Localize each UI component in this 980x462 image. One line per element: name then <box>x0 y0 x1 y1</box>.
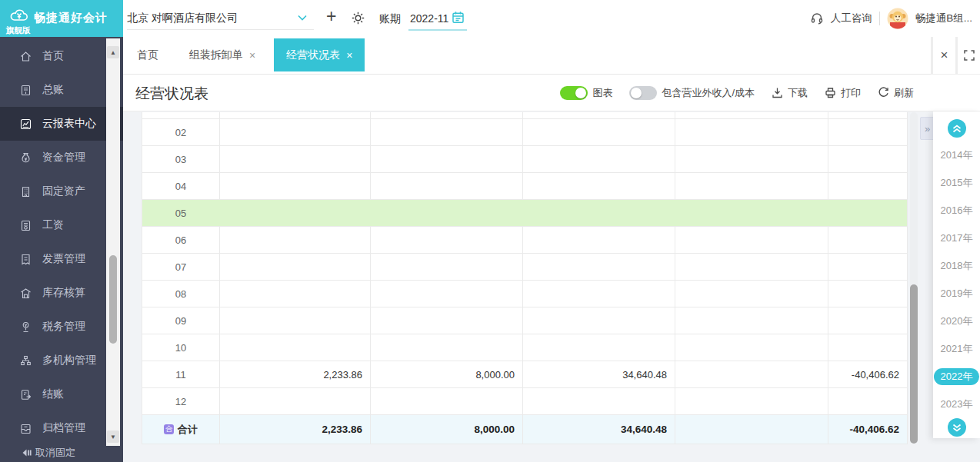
table-row-02[interactable]: 02 <box>142 119 907 146</box>
row-number-cell: 11 <box>142 361 220 387</box>
value-cell <box>828 334 907 361</box>
table-row-12[interactable]: 12 <box>142 388 907 415</box>
home-icon <box>19 50 32 63</box>
chart-toggle[interactable] <box>560 86 588 100</box>
value-cell <box>828 112 907 118</box>
year-2016年[interactable]: 2016年 <box>941 197 973 224</box>
table-row-06[interactable]: 06 <box>142 227 907 254</box>
calendar-icon[interactable] <box>452 11 465 24</box>
table-row-09[interactable]: 09 <box>142 307 907 334</box>
close-all-tabs-button[interactable]: × <box>933 37 955 74</box>
table-row-partial <box>142 112 907 119</box>
year-2015年[interactable]: 2015年 <box>941 169 973 197</box>
tab-组装拆卸单[interactable]: 组装拆卸单× <box>177 37 268 74</box>
topbar: 畅捷通好会计 旗舰版 北京 对啊酒店有限公司 + 账期 2022-11 人工咨询 <box>0 0 980 37</box>
value-cell <box>828 307 907 334</box>
sidebar-item-发票管理[interactable]: 发票管理 <box>0 242 123 276</box>
period-value[interactable]: 2022-11 <box>410 12 448 25</box>
tab-首页[interactable]: 首页 <box>125 37 171 74</box>
year-2019年[interactable]: 2019年 <box>941 280 973 307</box>
scroll-up-icon[interactable]: ▲ <box>107 46 119 58</box>
value-cell <box>675 281 828 307</box>
table-row-03[interactable]: 03 <box>142 146 907 173</box>
value-cell <box>220 227 371 253</box>
row-number-cell: 08 <box>142 281 220 307</box>
app-logo: 畅捷通好会计 旗舰版 <box>0 0 123 37</box>
year-2020年[interactable]: 2020年 <box>941 307 973 335</box>
table-row-08[interactable]: 08 <box>142 281 907 307</box>
value-cell <box>675 307 828 334</box>
sidebar-item-label: 首页 <box>42 49 64 63</box>
value-cell <box>523 254 675 280</box>
sidebar-item-库存核算[interactable]: 库存核算 <box>0 276 123 310</box>
sidebar-item-云报表中心[interactable]: 云报表中心 <box>0 107 123 141</box>
divider <box>879 12 880 25</box>
tab-controls: × <box>931 37 980 75</box>
tab-close-icon[interactable]: × <box>249 49 255 61</box>
company-name[interactable]: 北京 对啊酒店有限公司 <box>127 12 238 25</box>
close-icon: × <box>941 48 948 63</box>
years-scroll-up-button[interactable] <box>948 119 966 138</box>
add-button[interactable]: + <box>326 6 336 27</box>
value-cell <box>523 112 675 118</box>
fullscreen-button[interactable] <box>958 37 980 74</box>
total-label: 合计 <box>178 423 198 437</box>
year-2014年[interactable]: 2014年 <box>941 141 973 169</box>
table-row-05[interactable]: 05 <box>142 200 907 227</box>
value-cell <box>675 361 828 387</box>
tab-经营状况表[interactable]: 经营状况表× <box>274 38 365 71</box>
sidebar-item-归档管理[interactable]: 归档管理 <box>0 411 123 445</box>
period-label: 账期 <box>379 12 401 26</box>
value-cell <box>371 307 523 334</box>
value-cell <box>675 146 828 172</box>
row-number-cell: 06 <box>142 227 220 253</box>
value-cell <box>371 112 523 118</box>
year-2022年[interactable]: 2022年 <box>934 368 980 385</box>
sidebar-scrollbar[interactable]: ▲ ▼ <box>106 38 120 446</box>
table-scrollbar[interactable] <box>910 112 918 444</box>
avatar[interactable] <box>887 8 908 29</box>
tab-close-icon[interactable]: × <box>346 49 352 61</box>
user-name[interactable]: 畅捷通B组... <box>915 12 972 25</box>
inventory-icon <box>19 287 32 300</box>
sidebar-item-固定资产[interactable]: 固定资产 <box>0 174 123 208</box>
sidebar-item-多机构管理[interactable]: 多机构管理 <box>0 344 123 377</box>
table-row-07[interactable]: 07 <box>142 254 907 281</box>
sidebar-item-总账[interactable]: 总账 <box>0 73 123 107</box>
table-row-11[interactable]: 112,233.868,000.0034,640.48-40,406.62 <box>142 361 907 388</box>
include-nonoperating-toggle[interactable] <box>629 86 657 100</box>
sidebar-item-资金管理[interactable]: 资金管理 <box>0 141 123 174</box>
sidebar-item-首页[interactable]: 首页 <box>0 39 123 73</box>
years-scroll-down-button[interactable] <box>948 418 966 437</box>
sidebar-item-工资[interactable]: 工资 <box>0 208 123 242</box>
headset-icon[interactable] <box>810 12 824 25</box>
row-number-cell: 12 <box>142 388 220 414</box>
scroll-down-icon[interactable]: ▼ <box>107 430 119 443</box>
print-button[interactable]: 打印 <box>825 86 861 100</box>
sidebar-scroll-thumb[interactable] <box>109 255 117 344</box>
download-button[interactable]: 下载 <box>772 86 808 100</box>
value-cell <box>675 334 828 361</box>
chevron-down-icon[interactable] <box>297 13 308 22</box>
table-row-10[interactable]: 10 <box>142 334 907 361</box>
row-number-cell: 03 <box>142 146 220 172</box>
refresh-button[interactable]: 刷新 <box>878 86 914 100</box>
value-cell: 2,233.86 <box>220 415 371 444</box>
funds-icon <box>19 151 32 165</box>
sidebar-item-税务管理[interactable]: 税务管理 <box>0 310 123 344</box>
refresh-icon <box>878 87 889 98</box>
table-scroll-thumb[interactable] <box>910 284 918 444</box>
row-number-cell: 02 <box>142 119 220 145</box>
table-row-04[interactable]: 04 <box>142 173 907 200</box>
year-2017年[interactable]: 2017年 <box>941 224 973 252</box>
support-label[interactable]: 人工咨询 <box>831 12 872 25</box>
value-cell <box>675 415 828 444</box>
unpin-button[interactable]: 取消固定 <box>22 446 75 460</box>
tab-label: 经营状况表 <box>286 48 340 62</box>
year-2021年[interactable]: 2021年 <box>941 335 973 363</box>
year-2018年[interactable]: 2018年 <box>941 252 973 280</box>
year-2023年[interactable]: 2023年 <box>941 391 973 418</box>
sidebar-item-结账[interactable]: 结账 <box>0 377 123 411</box>
value-cell: 34,640.48 <box>523 361 675 387</box>
gear-icon[interactable] <box>351 11 365 25</box>
